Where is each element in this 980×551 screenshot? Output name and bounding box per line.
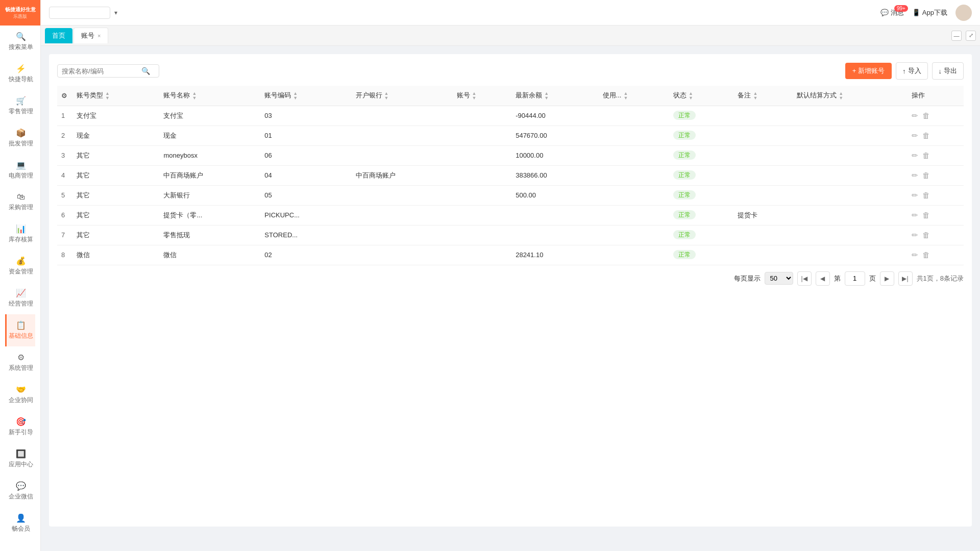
edit-icon[interactable]: ✏ [912, 211, 918, 220]
edit-icon[interactable]: ✏ [912, 251, 918, 260]
cell-balance: -90444.00 [511, 106, 598, 126]
tab-accounts-close[interactable]: × [97, 33, 101, 39]
export-button[interactable]: ↓ 导出 [932, 62, 964, 80]
sidebar-item-10[interactable]: ⚙系统管理 [5, 346, 35, 379]
th-remark: 备注▲▼ [733, 86, 793, 106]
app-logo: 畅捷通好生意 乐惠版 [0, 0, 40, 26]
import-icon: ↑ [902, 67, 906, 75]
sidebar-item-8[interactable]: 📈经营管理 [5, 282, 35, 314]
cell-usage [599, 126, 669, 145]
delete-icon[interactable]: 🗑 [922, 151, 930, 160]
first-page-button[interactable]: |◀ [797, 271, 812, 286]
cell-default-payment [793, 145, 908, 165]
topbar: ▾ 💬 消息 99+ 📱 App下载 [41, 0, 980, 26]
tab-home[interactable]: 首页 [45, 28, 72, 43]
user-avatar[interactable] [955, 5, 972, 21]
cell-name: 现金 [159, 126, 260, 145]
prev-page-button[interactable]: ◀ [816, 271, 830, 286]
maximize-button[interactable]: ⤢ [966, 31, 976, 41]
cell-status: 正常 [669, 145, 733, 165]
cell-remark [733, 225, 793, 245]
sidebar-item-11[interactable]: 🤝企业协同 [5, 379, 35, 411]
import-button[interactable]: ↑ 导入 [896, 62, 928, 80]
sidebar-icon-4: 💻 [16, 160, 26, 170]
cell-code: STORED... [260, 225, 351, 245]
cell-default-payment [793, 165, 908, 185]
page-panel: 🔍 + 新增账号 ↑ 导入 ↓ 导出 [49, 54, 972, 527]
edit-icon[interactable]: ✏ [912, 111, 918, 120]
cell-status: 正常 [669, 126, 733, 145]
edit-icon[interactable]: ✏ [912, 131, 918, 140]
tab-accounts[interactable]: 账号 × [74, 28, 108, 43]
delete-icon[interactable]: 🗑 [922, 131, 930, 140]
cell-no: 1 [57, 106, 72, 126]
sidebar-item-1[interactable]: ⚡快捷导航 [5, 58, 35, 90]
cell-no: 2 [57, 126, 72, 145]
sidebar-item-0[interactable]: 🔍搜索菜单 [5, 26, 35, 58]
last-page-button[interactable]: ▶| [898, 271, 913, 286]
topbar-search-input[interactable] [49, 7, 110, 19]
sidebar-item-7[interactable]: 💰资金管理 [5, 250, 35, 282]
sidebar-item-2[interactable]: 🛒零售管理 [5, 90, 35, 122]
status-badge: 正常 [673, 151, 696, 160]
app-download-label: App下载 [922, 8, 947, 17]
edit-icon[interactable]: ✏ [912, 191, 918, 200]
accounts-table: ⚙ 账号类型▲▼ 账号名称▲▼ 账号编码▲▼ 开户银行▲▼ 账号▲▼ 最新余额▲… [57, 86, 964, 265]
cell-name: moneybosx [159, 145, 260, 165]
add-account-button[interactable]: + 新增账号 [845, 63, 892, 79]
sidebar-item-6[interactable]: 📊库存核算 [5, 218, 35, 250]
sidebar-icon-5: 🛍 [17, 192, 25, 202]
cell-status: 正常 [669, 245, 733, 265]
status-badge: 正常 [673, 190, 696, 199]
sidebar-item-5[interactable]: 🛍采购管理 [5, 186, 35, 218]
cell-type: 其它 [72, 205, 159, 225]
cell-remark [733, 106, 793, 126]
delete-icon[interactable]: 🗑 [922, 111, 930, 120]
sidebar-icon-6: 📊 [16, 224, 26, 234]
tab-accounts-label: 账号 [81, 31, 94, 40]
edit-icon[interactable]: ✏ [912, 171, 918, 180]
cell-bank: 中百商场账户 [352, 165, 453, 185]
cell-balance: 500.00 [511, 185, 598, 205]
topbar-right: 💬 消息 99+ 📱 App下载 [880, 5, 972, 21]
sidebar-icon-8: 📈 [16, 288, 26, 298]
cell-action: ✏ 🗑 [908, 165, 964, 185]
sidebar-icon-1: ⚡ [16, 64, 26, 73]
cell-type: 其它 [72, 145, 159, 165]
sidebar-label-3: 批发管理 [9, 139, 33, 148]
edit-icon[interactable]: ✏ [912, 231, 918, 240]
sidebar-item-4[interactable]: 💻电商管理 [5, 154, 35, 186]
delete-icon[interactable]: 🗑 [922, 231, 930, 240]
cell-default-payment [793, 205, 908, 225]
cell-no: 4 [57, 165, 72, 185]
edit-icon[interactable]: ✏ [912, 151, 918, 160]
next-page-button[interactable]: ▶ [880, 271, 894, 286]
sidebar-item-15[interactable]: 👤畅会员 [5, 507, 35, 539]
page-size-select[interactable]: 50 100 [765, 272, 793, 285]
main-area: ▾ 💬 消息 99+ 📱 App下载 首页 账号 × — ⤢ [41, 0, 980, 551]
tabs-bar: 首页 账号 × — ⤢ [41, 26, 980, 46]
delete-icon[interactable]: 🗑 [922, 191, 930, 200]
sidebar-item-9[interactable]: 📋基础信息 [5, 314, 35, 346]
th-default-payment: 默认结算方式▲▼ [793, 86, 908, 106]
message-button[interactable]: 💬 消息 99+ [880, 8, 904, 17]
cell-status: 正常 [669, 106, 733, 126]
cell-bank [352, 245, 453, 265]
th-gear[interactable]: ⚙ [57, 86, 72, 106]
table-row: 6 其它 提货卡（零... PICKUPC... 正常 提货卡 ✏ 🗑 [57, 205, 964, 225]
topbar-dropdown[interactable]: ▾ [114, 9, 117, 16]
sidebar-item-13[interactable]: 🔲应用中心 [5, 443, 35, 475]
page-number-input[interactable] [845, 271, 865, 286]
sidebar-item-3[interactable]: 📦批发管理 [5, 122, 35, 154]
app-download-button[interactable]: 📱 App下载 [912, 8, 947, 17]
sidebar-item-12[interactable]: 🎯新手引导 [5, 411, 35, 443]
search-input[interactable] [62, 67, 138, 75]
sidebar-item-14[interactable]: 💬企业微信 [5, 475, 35, 507]
delete-icon[interactable]: 🗑 [922, 171, 930, 180]
delete-icon[interactable]: 🗑 [922, 251, 930, 260]
cell-bank [352, 225, 453, 245]
cell-usage [599, 165, 669, 185]
sidebar-icon-3: 📦 [16, 128, 26, 138]
minimize-button[interactable]: — [951, 31, 962, 41]
delete-icon[interactable]: 🗑 [922, 211, 930, 220]
